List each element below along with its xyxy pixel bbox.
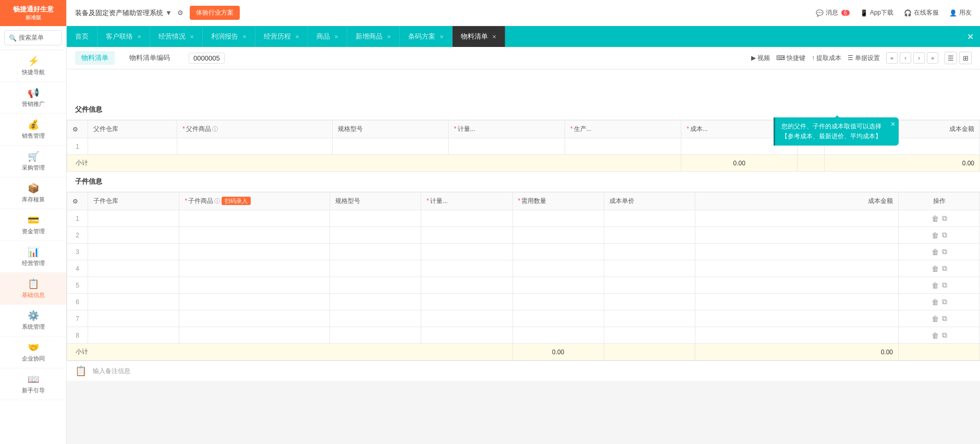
parent-row-1-unit[interactable] bbox=[448, 138, 565, 155]
sidebar-item-operations[interactable]: 📊 经营管理 bbox=[0, 241, 66, 273]
shortcut-button[interactable]: ⌨ 快捷键 bbox=[776, 54, 805, 63]
child-row-4-unit[interactable] bbox=[421, 260, 512, 277]
child-row-3-spec[interactable] bbox=[329, 244, 421, 260]
child-row-6-product[interactable] bbox=[179, 294, 329, 310]
child-row-4-product[interactable] bbox=[179, 260, 329, 277]
copy-row-6-icon[interactable]: ⧉ bbox=[942, 297, 947, 306]
child-row-6-qty[interactable] bbox=[512, 294, 604, 310]
video-button[interactable]: ▶ 视频 bbox=[751, 54, 770, 63]
child-row-7-unit-cost[interactable] bbox=[604, 310, 695, 327]
online-service-button[interactable]: 🎧 在线客服 bbox=[904, 8, 939, 17]
sidebar-item-finance[interactable]: 💳 资金管理 bbox=[0, 209, 66, 241]
copy-row-4-icon[interactable]: ⧉ bbox=[942, 264, 947, 273]
child-row-5-qty[interactable] bbox=[512, 277, 604, 294]
next-page-button[interactable]: › bbox=[913, 52, 925, 64]
child-row-6-unit[interactable] bbox=[421, 294, 512, 310]
app-download-button[interactable]: 📱 App下载 bbox=[860, 8, 893, 17]
tab-new-goods[interactable]: 新增商品 ✕ bbox=[347, 26, 400, 47]
tab-bom-close[interactable]: ✕ bbox=[492, 34, 496, 40]
extract-cost-button[interactable]: ↑ 提取成本 bbox=[812, 54, 841, 63]
tab-history[interactable]: 经营历程 ✕ bbox=[255, 26, 308, 47]
child-row-6-spec[interactable] bbox=[329, 294, 421, 310]
child-row-1-unit[interactable] bbox=[421, 210, 512, 227]
tab-bom[interactable]: 物料清单 ✕ bbox=[452, 26, 505, 47]
sidebar-item-inventory[interactable]: 📦 库存核算 bbox=[0, 177, 66, 209]
child-row-5-spec[interactable] bbox=[329, 277, 421, 294]
parent-row-1-production[interactable] bbox=[565, 138, 681, 155]
copy-row-7-icon[interactable]: ⧉ bbox=[942, 314, 947, 323]
settings-icon[interactable]: ⚙ bbox=[177, 9, 183, 17]
tab-goods-close[interactable]: ✕ bbox=[334, 34, 338, 40]
sidebar-item-system[interactable]: ⚙️ 系统管理 bbox=[0, 305, 66, 337]
tab-profit[interactable]: 利润报告 ✕ bbox=[203, 26, 255, 47]
tab-profit-close[interactable]: ✕ bbox=[242, 34, 247, 40]
parent-row-1-product[interactable] bbox=[177, 138, 333, 155]
dropdown-arrow-icon[interactable]: ▼ bbox=[165, 9, 172, 17]
child-row-4-warehouse[interactable] bbox=[88, 260, 179, 277]
child-row-5-warehouse[interactable] bbox=[88, 277, 179, 294]
child-row-3-unit-cost[interactable] bbox=[604, 244, 695, 260]
sidebar-item-sales[interactable]: 💰 销售管理 bbox=[0, 114, 66, 146]
child-row-7-qty[interactable] bbox=[512, 310, 604, 327]
message-button[interactable]: 💬 消息 6 bbox=[816, 8, 850, 17]
tab-customer[interactable]: 客户联络 ✕ bbox=[97, 26, 150, 47]
sidebar-item-purchase[interactable]: 🛒 采购管理 bbox=[0, 146, 66, 177]
sidebar-item-marketing[interactable]: 📢 营销推广 bbox=[0, 82, 66, 114]
child-row-7-product[interactable] bbox=[179, 310, 329, 327]
first-page-button[interactable]: « bbox=[886, 52, 898, 64]
delete-row-5-icon[interactable]: 🗑 bbox=[932, 281, 939, 290]
child-row-3-unit[interactable] bbox=[421, 244, 512, 260]
child-row-1-unit-cost[interactable] bbox=[604, 210, 695, 227]
tooltip-close-button[interactable]: ✕ bbox=[890, 119, 896, 129]
child-row-8-unit-cost[interactable] bbox=[604, 327, 695, 344]
sidebar-item-guide[interactable]: 📖 新手引导 bbox=[0, 368, 66, 400]
search-menu-button[interactable]: 🔍 搜索菜单 bbox=[4, 30, 62, 45]
child-row-3-product[interactable] bbox=[179, 244, 329, 260]
delete-row-1-icon[interactable]: 🗑 bbox=[932, 214, 939, 223]
child-row-2-qty[interactable] bbox=[512, 227, 604, 244]
delete-row-8-icon[interactable]: 🗑 bbox=[932, 331, 939, 340]
copy-row-3-icon[interactable]: ⧉ bbox=[942, 247, 947, 256]
child-row-2-product[interactable] bbox=[179, 227, 329, 244]
child-row-2-unit[interactable] bbox=[421, 227, 512, 244]
tab-new-goods-close[interactable]: ✕ bbox=[387, 34, 391, 40]
copy-row-2-icon[interactable]: ⧉ bbox=[942, 231, 947, 239]
child-row-1-spec[interactable] bbox=[329, 210, 421, 227]
parent-row-1-warehouse[interactable] bbox=[88, 138, 177, 155]
single-setting-button[interactable]: ☰ 单据设置 bbox=[848, 54, 880, 63]
sub-tab-bom-code[interactable]: 物料清单编码 bbox=[123, 51, 176, 65]
child-row-2-warehouse[interactable] bbox=[88, 227, 179, 244]
sidebar-item-quick-nav[interactable]: ⚡ 快捷导航 bbox=[0, 50, 66, 82]
tab-operations[interactable]: 经营情况 ✕ bbox=[150, 26, 203, 47]
child-row-3-warehouse[interactable] bbox=[88, 244, 179, 260]
grid-view-button[interactable]: ⊞ bbox=[959, 52, 972, 64]
sidebar-item-basic-info[interactable]: 📋 基础信息 bbox=[0, 273, 66, 305]
child-row-7-spec[interactable] bbox=[329, 310, 421, 327]
child-row-7-warehouse[interactable] bbox=[88, 310, 179, 327]
child-row-5-unit-cost[interactable] bbox=[604, 277, 695, 294]
tab-history-close[interactable]: ✕ bbox=[295, 34, 299, 40]
child-row-8-spec[interactable] bbox=[329, 327, 421, 344]
copy-row-5-icon[interactable]: ⧉ bbox=[942, 281, 947, 290]
child-row-3-qty[interactable] bbox=[512, 244, 604, 260]
child-row-4-spec[interactable] bbox=[329, 260, 421, 277]
tabs-close-all[interactable]: ✕ bbox=[961, 32, 980, 42]
child-row-4-unit-cost[interactable] bbox=[604, 260, 695, 277]
child-row-1-product[interactable] bbox=[179, 210, 329, 227]
child-row-1-qty[interactable] bbox=[512, 210, 604, 227]
child-row-2-unit-cost[interactable] bbox=[604, 227, 695, 244]
child-row-8-warehouse[interactable] bbox=[88, 327, 179, 344]
copy-row-1-icon[interactable]: ⧉ bbox=[942, 214, 947, 223]
tab-barcode-close[interactable]: ✕ bbox=[439, 34, 444, 40]
delete-row-6-icon[interactable]: 🗑 bbox=[932, 298, 939, 306]
tab-customer-close[interactable]: ✕ bbox=[137, 34, 141, 40]
sidebar-item-enterprise[interactable]: 🤝 企业协同 bbox=[0, 337, 66, 368]
sub-tab-bom-list[interactable]: 物料清单 bbox=[75, 51, 115, 65]
tab-goods[interactable]: 商品 ✕ bbox=[308, 26, 347, 47]
delete-row-4-icon[interactable]: 🗑 bbox=[932, 265, 939, 273]
child-row-8-qty[interactable] bbox=[512, 327, 604, 344]
child-row-4-qty[interactable] bbox=[512, 260, 604, 277]
child-row-7-unit[interactable] bbox=[421, 310, 512, 327]
child-row-6-unit-cost[interactable] bbox=[604, 294, 695, 310]
scan-badge[interactable]: 扫码录入 bbox=[222, 197, 251, 205]
